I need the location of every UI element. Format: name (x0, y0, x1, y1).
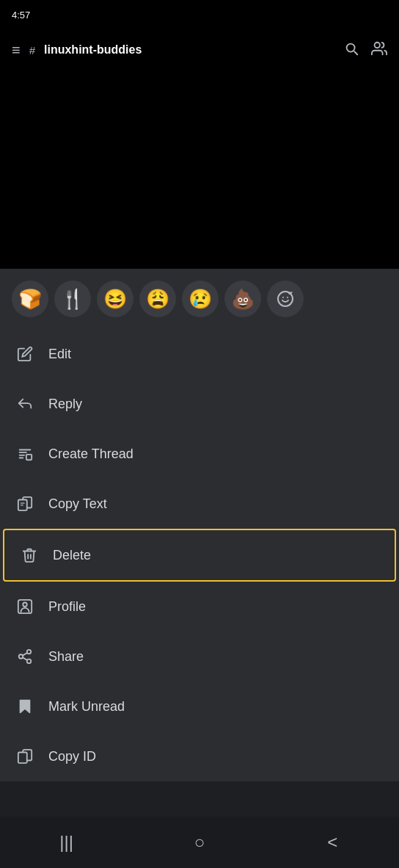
svg-rect-3 (26, 455, 32, 460)
copy-id-label: Copy ID (48, 749, 96, 764)
thread-icon (15, 444, 35, 464)
reply-icon (15, 394, 35, 414)
menu-item-delete[interactable]: Delete ⬅ (3, 529, 396, 582)
svg-point-10 (27, 659, 32, 664)
menu-item-reply[interactable]: Reply (0, 379, 399, 429)
bottom-nav-bar: ||| ○ < (0, 817, 399, 868)
nav-home[interactable]: ○ (181, 824, 218, 861)
members-icon[interactable] (371, 40, 387, 60)
svg-rect-13 (18, 753, 27, 764)
menu-item-share[interactable]: Share (0, 632, 399, 681)
menu-item-copy-text[interactable]: Copy Text (0, 479, 399, 529)
hamburger-icon[interactable]: ≡ (12, 42, 21, 59)
channel-title: linuxhint-buddies (44, 43, 334, 57)
copy-id-icon (15, 746, 35, 767)
nav-back[interactable]: < (314, 824, 351, 861)
hash-icon: # (29, 44, 35, 57)
header-actions (343, 40, 387, 60)
app-header: ≡ # linuxhint-buddies (0, 29, 399, 70)
profile-icon (15, 596, 35, 617)
add-reaction-button[interactable] (267, 281, 304, 317)
delete-label: Delete (53, 548, 91, 563)
pencil-icon (15, 344, 35, 364)
trash-icon (19, 545, 40, 565)
emoji-reaction-row: 🍞 🍴 😆 😩 😢 💩 (0, 281, 399, 329)
copy-text-icon (15, 493, 35, 514)
nav-recent-apps[interactable]: ||| (48, 824, 85, 861)
profile-label: Profile (48, 599, 86, 615)
share-label: Share (48, 649, 84, 665)
emoji-poop[interactable]: 💩 (224, 281, 261, 317)
svg-point-7 (23, 603, 27, 607)
mark-unread-label: Mark Unread (48, 699, 125, 715)
context-menu: 🍞 🍴 😆 😩 😢 💩 Edit (0, 269, 399, 781)
svg-point-9 (19, 654, 23, 659)
share-icon (15, 646, 35, 667)
reply-label: Reply (48, 397, 82, 412)
emoji-cry[interactable]: 😢 (182, 281, 219, 317)
emoji-weary[interactable]: 😩 (139, 281, 176, 317)
menu-item-mark-unread[interactable]: Mark Unread (0, 681, 399, 731)
emoji-grin[interactable]: 😆 (97, 281, 133, 317)
emoji-fork[interactable]: 🍴 (54, 281, 91, 317)
mark-unread-icon (15, 696, 35, 717)
create-thread-label: Create Thread (48, 446, 133, 462)
svg-marker-11 (21, 701, 30, 713)
menu-item-copy-id[interactable]: Copy ID (0, 731, 399, 781)
edit-label: Edit (48, 347, 71, 362)
menu-item-edit[interactable]: Edit (0, 329, 399, 379)
copy-text-label: Copy Text (48, 496, 107, 512)
svg-point-2 (287, 297, 288, 298)
svg-point-8 (27, 650, 32, 654)
status-bar: 4:57 (0, 0, 399, 29)
menu-item-create-thread[interactable]: Create Thread (0, 429, 399, 479)
svg-point-1 (282, 297, 284, 298)
chat-content-area (0, 70, 399, 269)
emoji-bread[interactable]: 🍞 (12, 281, 48, 317)
search-icon[interactable] (343, 40, 359, 60)
status-time: 4:57 (12, 10, 30, 21)
menu-item-profile[interactable]: Profile (0, 582, 399, 632)
